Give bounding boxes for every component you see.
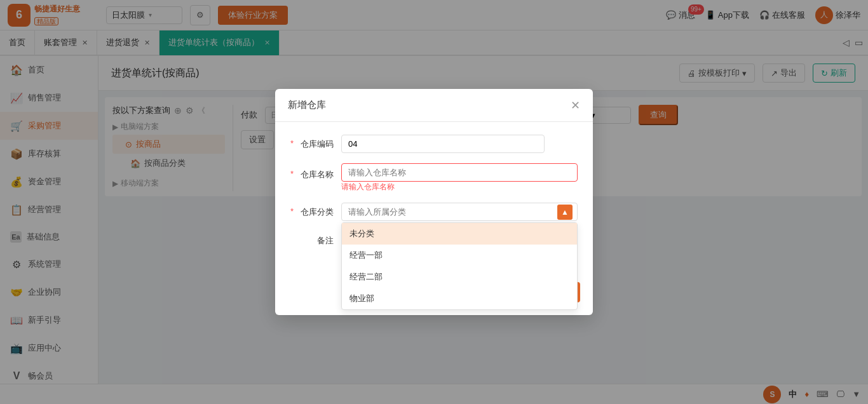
form-row-category: 仓库分类 ▲ 未分类 经营一部 经营二部 物业部 [290,203,578,221]
chevron-up-icon: ▲ [561,208,569,217]
notes-label: 备注 [290,231,341,246]
category-input-wrap: ▲ 未分类 经营一部 经营二部 物业部 [341,203,578,221]
category-dropdown: 未分类 经营一部 经营二部 物业部 [341,222,578,310]
add-warehouse-modal: 新增仓库 ✕ 仓库编码 仓库名称 请输入仓库名称 [275,89,593,315]
modal-close-btn[interactable]: ✕ [571,100,580,111]
modal-header: 新增仓库 ✕ [275,89,593,122]
code-label: 仓库编码 [290,135,341,150]
dropdown-item-2[interactable]: 经营二部 [342,266,577,288]
name-input[interactable] [341,163,578,182]
name-label: 仓库名称 [290,165,341,180]
dropdown-item-3[interactable]: 物业部 [342,288,577,309]
category-toggle-btn[interactable]: ▲ [557,205,573,220]
form-row-code: 仓库编码 [290,135,578,153]
dropdown-item-1[interactable]: 经营一部 [342,245,577,266]
category-label: 仓库分类 [290,203,341,218]
category-input[interactable] [341,203,578,221]
name-error-msg: 请输入仓库名称 [341,182,395,191]
form-row-name: 仓库名称 请输入仓库名称 [290,163,578,192]
modal-title: 新增仓库 [288,99,326,111]
code-input[interactable] [341,135,545,153]
modal-body: 仓库编码 仓库名称 请输入仓库名称 仓库分类 [275,122,593,276]
modal-overlay[interactable]: 新增仓库 ✕ 仓库编码 仓库名称 请输入仓库名称 [0,0,868,404]
dropdown-item-0[interactable]: 未分类 [342,223,577,245]
